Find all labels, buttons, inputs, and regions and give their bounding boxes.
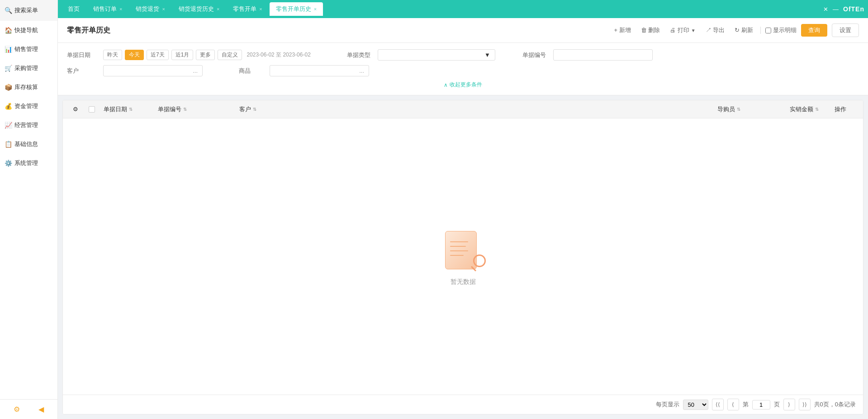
per-page-label: 每页显示	[656, 400, 679, 409]
query-button[interactable]: 查询	[801, 24, 827, 37]
date-btn-more[interactable]: 更多	[196, 50, 215, 60]
sidebar-item-operations[interactable]: 📈 经营管理	[0, 116, 57, 135]
date-btn-1month[interactable]: 近1月	[171, 50, 194, 60]
customer-label: 客户	[67, 67, 94, 75]
tab-retail-open-close[interactable]: ×	[259, 6, 262, 12]
col-customer-sort-icon[interactable]: ⇅	[253, 107, 256, 112]
col-guide-label: 导购员	[717, 105, 735, 113]
display-toggle-container[interactable]: 显示明细	[765, 26, 797, 34]
settings-bottom-icon[interactable]: ⚙	[14, 405, 20, 414]
col-amount[interactable]: 实销金额 ⇅	[768, 105, 822, 113]
tab-retail-history[interactable]: 零售开单历史 ×	[270, 2, 323, 16]
tab-sales-order[interactable]: 销售订单 ×	[87, 2, 128, 16]
sidebar-item-basic-info[interactable]: 📋 基础信息	[0, 135, 57, 154]
col-num-sort-icon[interactable]: ⇅	[183, 107, 187, 112]
sidebar-item-purchase-mgmt[interactable]: 🛒 采购管理	[0, 59, 57, 78]
customer-dots-icon[interactable]: ...	[193, 67, 198, 74]
export-label: ↗ 导出	[706, 26, 725, 34]
tab-sales-return-history[interactable]: 销货退货历史 ×	[172, 2, 226, 16]
next-page-btn[interactable]: ⟩	[783, 399, 795, 410]
col-guide-sort-icon[interactable]: ⇅	[737, 107, 740, 112]
tab-home[interactable]: 首页	[62, 2, 86, 16]
col-settings[interactable]: ⚙	[67, 106, 84, 113]
tab-sales-return[interactable]: 销货退货 ×	[129, 2, 171, 16]
col-num[interactable]: 单据编号 ⇅	[154, 105, 236, 113]
sidebar-item-sys-mgmt[interactable]: ⚙️ 系统管理	[0, 154, 57, 173]
mag-handle	[471, 266, 476, 271]
toolbar: + 新增 🗑 删除 🖨 打印 ▼ ↗ 导出 ↻ 刷新 显示明细 查询	[611, 24, 859, 37]
mag-circle	[473, 254, 486, 267]
sidebar-bottom: ⚙ ◀	[0, 399, 57, 419]
sidebar-item-label: 库存核算	[14, 83, 38, 91]
customer-selector[interactable]: ...	[103, 65, 203, 76]
first-page-btn[interactable]: ⟨⟨	[712, 399, 724, 410]
delete-button[interactable]: 🗑 删除	[638, 24, 663, 36]
doc-num-input[interactable]	[553, 49, 653, 61]
col-customer-label: 客户	[239, 105, 251, 113]
add-button[interactable]: + 新增	[611, 24, 633, 36]
sidebar-item-quick-nav[interactable]: 🏠 快捷导航	[0, 21, 57, 40]
tab-sales-return-label: 销货退货	[136, 5, 159, 13]
per-page-select[interactable]: 50 20 100	[683, 400, 708, 410]
page-label: 第	[743, 400, 749, 409]
col-amount-label: 实销金额	[790, 105, 813, 113]
settings-button[interactable]: 设置	[832, 24, 859, 37]
collapse-row[interactable]: ∧ 收起更多条件	[67, 81, 859, 89]
ops-icon: 📈	[5, 122, 12, 129]
date-btn-today[interactable]: 今天	[125, 50, 144, 60]
sidebar-item-finance[interactable]: 💰 资金管理	[0, 97, 57, 116]
window-close-icon[interactable]: ✕	[823, 6, 828, 13]
add-label: + 新增	[614, 26, 631, 34]
sidebar: 🔍 搜索采单 🏠 快捷导航 📊 销售管理 🛒 采购管理 📦 库存核算 💰 资金管…	[0, 0, 58, 419]
tab-retail-open[interactable]: 零售开单 ×	[227, 2, 268, 16]
settings-col-icon[interactable]: ⚙	[73, 106, 78, 113]
home-icon: 🏠	[5, 27, 12, 34]
money-icon: 💰	[5, 103, 12, 110]
doc-num-label: 单据编号	[522, 51, 550, 59]
last-page-btn[interactable]: ⟩⟩	[799, 399, 811, 410]
tab-sales-order-close[interactable]: ×	[119, 6, 122, 12]
sidebar-search[interactable]: 🔍 搜索采单	[0, 0, 57, 21]
goods-selector[interactable]: ...	[270, 65, 369, 76]
collapse-sidebar-icon[interactable]: ◀	[38, 405, 44, 414]
tab-sales-return-history-label: 销货退货历史	[179, 5, 214, 13]
tab-retail-history-close[interactable]: ×	[314, 6, 317, 12]
doc-type-select[interactable]: ▼	[378, 49, 495, 61]
tab-sales-return-close[interactable]: ×	[162, 6, 165, 12]
tab-sales-return-history-close[interactable]: ×	[217, 6, 219, 12]
col-date[interactable]: 单据日期 ⇅	[100, 105, 154, 113]
content-header: 零售开单历史 + 新增 🗑 删除 🖨 打印 ▼ ↗ 导出 ↻ 刷新 显示明细	[58, 18, 868, 43]
settings-label: 设置	[840, 26, 851, 34]
date-btn-custom[interactable]: 自定义	[218, 50, 242, 60]
filter-row-customer: 客户 ... 商品 ...	[67, 65, 859, 76]
doc-line-1	[450, 241, 468, 242]
print-button[interactable]: 🖨 打印 ▼	[667, 24, 698, 36]
date-btn-yesterday[interactable]: 昨天	[103, 50, 122, 60]
info-icon: 📋	[5, 141, 12, 148]
sidebar-item-inventory[interactable]: 📦 库存核算	[0, 78, 57, 97]
display-toggle-checkbox[interactable]	[765, 28, 771, 33]
prev-page-btn[interactable]: ⟨	[727, 399, 739, 410]
date-range-text: 2023-06-02 至 2023-06-02	[247, 51, 310, 59]
refresh-button[interactable]: ↻ 刷新	[732, 24, 756, 36]
page-number-input[interactable]	[752, 400, 770, 410]
print-chevron-icon[interactable]: ▼	[691, 28, 696, 33]
window-minimize-icon[interactable]: —	[833, 6, 839, 13]
doc-line-4	[450, 255, 464, 256]
date-btn-7days[interactable]: 近7天	[147, 50, 169, 60]
header-checkbox[interactable]	[89, 106, 95, 113]
sidebar-item-label: 资金管理	[14, 102, 38, 110]
col-amount-sort-icon[interactable]: ⇅	[815, 107, 819, 112]
goods-dots-icon[interactable]: ...	[359, 67, 364, 74]
col-date-sort-icon[interactable]: ⇅	[129, 107, 133, 112]
col-customer[interactable]: 客户 ⇅	[236, 105, 714, 113]
sidebar-item-label: 基础信息	[14, 140, 38, 148]
doc-line-2	[450, 246, 466, 247]
export-button[interactable]: ↗ 导出	[703, 24, 728, 36]
col-checkbox	[84, 106, 100, 113]
sidebar-item-sales-mgmt[interactable]: 📊 销售管理	[0, 40, 57, 59]
table-body: 暂无数据	[63, 118, 863, 395]
sidebar-item-label: 快捷导航	[14, 26, 38, 34]
empty-illustration	[441, 227, 486, 273]
col-guide[interactable]: 导购员 ⇅	[714, 105, 768, 113]
